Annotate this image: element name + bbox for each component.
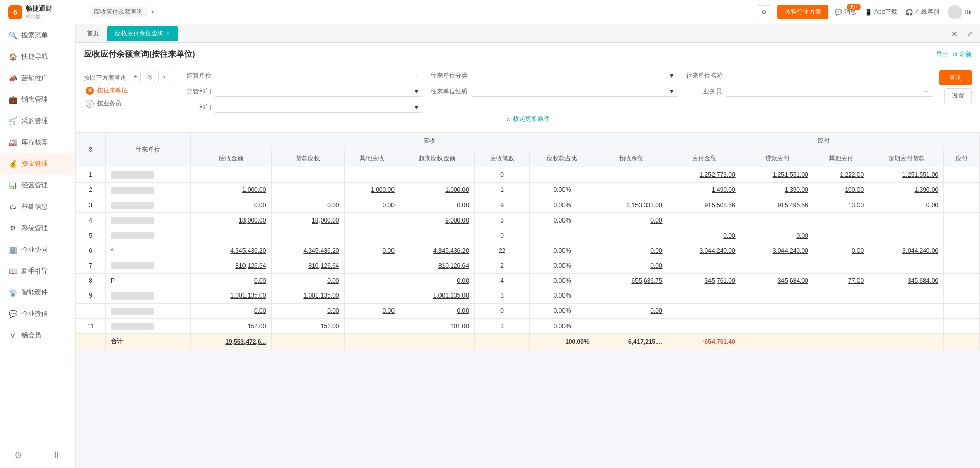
table-row: 4██████████18,000.0018,000.009,000.0030.… — [76, 213, 980, 228]
sidebar-label-wechat: 企业微信 — [21, 309, 48, 318]
scheme-option-salesperson[interactable]: ◎ 按业务员 — [84, 98, 169, 109]
refresh-button[interactable]: ↺ 刷新 — [952, 50, 972, 59]
sidebar-settings-button[interactable]: ⚙ — [11, 447, 26, 464]
smart-icon: 📡 — [8, 288, 17, 297]
footer-payable-col — [944, 334, 980, 350]
table-row: 2██████████1,000.001,000.001,000.0010.00… — [76, 182, 980, 198]
tab-maximize-button[interactable]: ⤢ — [964, 28, 976, 40]
sidebar-item-quick-nav[interactable]: 🏠 快捷导航 — [0, 46, 75, 67]
footer-receivable-total[interactable]: 19,553,472,6... — [190, 334, 272, 350]
app-download-button[interactable]: 📱 App下载 — [865, 8, 897, 16]
sidebar-label-marketing: 营销推广 — [21, 73, 48, 83]
footer-empty — [76, 334, 106, 350]
online-service-button[interactable]: 🎧 在线客服 — [905, 8, 940, 16]
footer-overdue-payable — [869, 334, 944, 350]
salesperson-field: 业务员 ··· — [686, 86, 933, 97]
purchase-icon: 🛒 — [8, 116, 17, 126]
table-row: 6^4,345,436.204,345,436.200.004,345,436.… — [76, 243, 980, 258]
department-input[interactable]: ▼ — [215, 86, 423, 97]
tab-close-window-button[interactable]: ✕ — [948, 28, 961, 40]
table-row: 5██████████00.000.00 — [76, 228, 980, 243]
page-header: 应收应付余额查询(按往来单位) ↑ 导出 ↺ 刷新 — [76, 43, 980, 64]
tab-home[interactable]: 首页 — [80, 26, 106, 41]
message-badge: 99+ — [847, 4, 861, 10]
messages-button[interactable]: 💬 消息 99+ — [835, 8, 856, 16]
settlement-dots-icon: ··· — [414, 72, 420, 79]
sidebar-label-purchase: 采购管理 — [21, 116, 48, 126]
th-overdue-receivable: 超期应收金额 — [400, 150, 474, 167]
footer-advance: 6,417,215.... — [595, 334, 668, 350]
unit-category-input[interactable]: ▼ — [472, 70, 678, 81]
footer-count — [474, 334, 529, 350]
dept-label: 部门 — [176, 103, 211, 112]
export-button[interactable]: ↑ 导出 — [931, 50, 948, 59]
logo-area: 6 畅捷通财 标准版 — [8, 4, 84, 20]
collapse-scheme-button[interactable]: « — [158, 71, 169, 82]
partner-cell: ██████████ — [106, 167, 191, 183]
sidebar-label-guide: 新手引导 — [21, 266, 48, 276]
settings-icon[interactable]: ⚙ — [757, 5, 771, 19]
query-button[interactable]: 查询 — [939, 70, 972, 85]
collapse-button[interactable]: ∧ 收起更多条件 — [506, 115, 550, 124]
sidebar-item-guide[interactable]: 📖 新手引导 — [0, 260, 75, 282]
unit-category-label: 往来单位分类 — [431, 71, 468, 80]
user-area[interactable]: Rit — [948, 5, 972, 19]
solution-button[interactable]: 体验行业方案 — [777, 5, 828, 19]
sidebar-item-inventory[interactable]: 🏭 库存核算 — [0, 132, 75, 153]
sidebar-item-purchase[interactable]: 🛒 采购管理 — [0, 110, 75, 132]
enterprise-icon: 🏢 — [8, 245, 17, 254]
sidebar-item-smart[interactable]: 📡 智能硬件 — [0, 282, 75, 303]
sidebar-item-marketing[interactable]: 📣 营销推广 — [0, 67, 75, 89]
edit-scheme-button[interactable]: ◎ — [144, 71, 155, 82]
sidebar-item-search[interactable]: 🔍 搜索菜单 — [0, 24, 75, 46]
table-row: 1██████████01,252,773.001,251,551.001,22… — [76, 167, 980, 183]
settlement-unit-input[interactable]: ··· — [215, 70, 423, 81]
operation-icon: 📊 — [8, 181, 17, 190]
setting-button[interactable]: 设置 — [944, 88, 972, 104]
add-scheme-button[interactable]: + — [130, 71, 141, 82]
sidebar-item-member[interactable]: V 畅会员 — [0, 325, 75, 346]
sidebar-item-enterprise[interactable]: 🏢 企业协同 — [0, 239, 75, 260]
sidebar-label-search: 搜索菜单 — [21, 31, 48, 40]
unit-name-input[interactable] — [727, 70, 933, 81]
collapse-label: 收起更多条件 — [513, 115, 550, 124]
table-settings-icon[interactable]: ⚙ — [87, 146, 95, 154]
tab-active-label: 应收应付余额查询 — [115, 29, 164, 38]
sidebar-label-operation: 经营管理 — [21, 181, 48, 190]
sidebar-label-smart: 智能硬件 — [21, 288, 48, 297]
partner-cell: ██████████ — [106, 182, 191, 198]
unit-nature-label: 往来单位性质 — [431, 87, 468, 96]
sidebar-item-finance[interactable]: 💰 资金管理 — [0, 153, 75, 175]
filter-row-3: 部门 ▼ — [176, 102, 933, 113]
wechat-icon: 💬 — [8, 309, 17, 318]
th-overdue-payable: 超期应付货款 — [869, 150, 944, 167]
search-icon: 🔍 — [8, 31, 17, 40]
sidebar-item-wechat[interactable]: 💬 企业微信 — [0, 303, 75, 325]
sidebar-collapse-button[interactable]: ⏸ — [48, 447, 64, 464]
sidebar-item-system[interactable]: ⚙ 系统管理 — [0, 217, 75, 239]
table-row: 7██████████810,126.64810,126.64810,126.6… — [76, 258, 980, 274]
settlement-unit-label: 结算单位 — [176, 71, 211, 80]
table-row: 8P0.000.000.0040.00%655,636.75345,761.00… — [76, 273, 980, 288]
department-label: 分管部门 — [176, 87, 211, 96]
page-header-actions: ↑ 导出 ↺ 刷新 — [931, 50, 972, 59]
sidebar-label-member: 畅会员 — [21, 331, 41, 340]
sidebar-item-basic[interactable]: 🗂 基础信息 — [0, 196, 75, 217]
scheme-option-partner[interactable]: 畅 按往来单位 — [84, 85, 169, 96]
footer-payable-loan — [741, 334, 814, 350]
refresh-icon: ↺ — [952, 51, 958, 58]
sidebar-item-sales[interactable]: 💼 销售管理 — [0, 89, 75, 110]
logo-name: 畅捷通财 — [26, 4, 52, 13]
unit-category-arrow-icon: ▼ — [669, 72, 675, 79]
scheme-label: 按以下方案查询 — [84, 70, 127, 82]
th-partner: 往来单位 — [106, 133, 191, 167]
sidebar-item-operation[interactable]: 📊 经营管理 — [0, 175, 75, 196]
tab-active[interactable]: 应收应付余额查询 × — [107, 26, 178, 41]
dept-input[interactable]: ▼ — [215, 102, 423, 113]
salesperson-input[interactable]: ··· — [726, 86, 933, 97]
unit-nature-input[interactable]: ▼ — [472, 86, 678, 97]
tab-close-button[interactable]: × — [167, 31, 170, 36]
th-other-payable: 其他应付 — [814, 150, 869, 167]
breadcrumb-area: 应收应付余额查询 ▼ — [90, 7, 751, 17]
data-table: ⚙ 往来单位 应收 应付 应收金额 贷款应收 其他应收 超期应收金额 应收笔数 — [76, 132, 980, 350]
